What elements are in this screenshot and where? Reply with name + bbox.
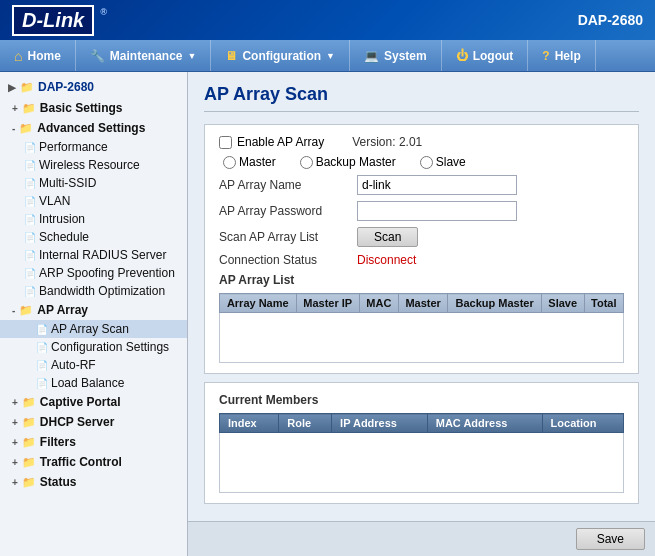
logo-box: D-Link — [12, 5, 94, 36]
ap-table-col-master-ip: Master IP — [296, 294, 359, 313]
sidebar-item-radius[interactable]: 📄 Internal RADIUS Server — [0, 246, 187, 264]
sidebar-group-advanced: - 📁 Advanced Settings 📄 Performance 📄 Wi… — [0, 118, 187, 392]
doc-icon-radius: 📄 — [24, 250, 36, 261]
radio-master-label[interactable]: Master — [223, 155, 276, 169]
expand-icon-root: ▶ — [8, 82, 16, 93]
radio-master[interactable] — [223, 156, 236, 169]
current-members-header: Current Members — [219, 393, 624, 407]
system-icon: 💻 — [364, 49, 379, 63]
home-icon: ⌂ — [14, 48, 22, 64]
ap-table-col-backup-master: Backup Master — [448, 294, 541, 313]
sidebar-item-load-balance[interactable]: 📄 Load Balance — [0, 374, 187, 392]
doc-icon-autorf: 📄 — [36, 360, 48, 371]
page-title: AP Array Scan — [204, 84, 639, 112]
sidebar-item-bandwidth[interactable]: 📄 Bandwidth Optimization — [0, 282, 187, 300]
help-icon: ? — [542, 49, 549, 63]
members-empty-row — [220, 433, 624, 493]
sidebar-item-config-settings[interactable]: 📄 Configuration Settings — [0, 338, 187, 356]
save-bar: Save — [188, 521, 655, 556]
version-display: Version: 2.01 — [352, 135, 422, 149]
expand-icon-ap-array: - — [12, 305, 15, 316]
ap-table-col-mac: MAC — [359, 294, 398, 313]
doc-icon-vlan: 📄 — [24, 196, 36, 207]
sidebar-item-advanced-settings[interactable]: - 📁 Advanced Settings — [0, 118, 187, 138]
expand-icon-advanced: - — [12, 123, 15, 134]
folder-icon-dhcp: 📁 — [22, 416, 36, 429]
main-layout: ▶ 📁 DAP-2680 + 📁 Basic Settings - 📁 Adva… — [0, 72, 655, 556]
expand-icon-filters: + — [12, 437, 18, 448]
members-empty-cell — [220, 433, 624, 493]
sidebar-item-multi-ssid[interactable]: 📄 Multi-SSID — [0, 174, 187, 192]
sidebar-item-ap-array[interactable]: - 📁 AP Array — [0, 300, 187, 320]
sidebar-item-ap-array-scan[interactable]: 📄 AP Array Scan — [0, 320, 187, 338]
connection-status-row: Connection Status Disconnect — [219, 253, 624, 267]
sidebar-group-ap-array: - 📁 AP Array 📄 AP Array Scan 📄 Configura… — [0, 300, 187, 392]
sidebar-item-filters[interactable]: + 📁 Filters — [0, 432, 187, 452]
radio-slave[interactable] — [420, 156, 433, 169]
expand-icon-traffic: + — [12, 457, 18, 468]
sidebar-item-basic-settings[interactable]: + 📁 Basic Settings — [0, 98, 187, 118]
doc-icon-multissid: 📄 — [24, 178, 36, 189]
radio-slave-label[interactable]: Slave — [420, 155, 466, 169]
folder-icon-ap-array: 📁 — [19, 304, 33, 317]
nav-system[interactable]: 💻 System — [350, 40, 442, 71]
enable-ap-array-checkbox-label[interactable]: Enable AP Array — [219, 135, 324, 149]
doc-icon-ap-scan: 📄 — [36, 324, 48, 335]
folder-icon-basic: 📁 — [22, 102, 36, 115]
logo: D-Link ® — [12, 5, 107, 36]
sidebar-item-arp[interactable]: 📄 ARP Spoofing Prevention — [0, 264, 187, 282]
sidebar-root[interactable]: ▶ 📁 DAP-2680 — [0, 76, 187, 98]
expand-icon-captive: + — [12, 397, 18, 408]
header: D-Link ® DAP-2680 — [0, 0, 655, 40]
nav-help[interactable]: ? Help — [528, 40, 595, 71]
ap-name-label: AP Array Name — [219, 178, 349, 192]
doc-icon-performance: 📄 — [24, 142, 36, 153]
sidebar-group-basic: + 📁 Basic Settings — [0, 98, 187, 118]
members-table: Index Role IP Address MAC Address Locati… — [219, 413, 624, 493]
sidebar-item-dhcp-server[interactable]: + 📁 DHCP Server — [0, 412, 187, 432]
members-col-mac: MAC Address — [427, 414, 542, 433]
doc-icon-schedule: 📄 — [24, 232, 36, 243]
doc-icon-wireless: 📄 — [24, 160, 36, 171]
nav-logout[interactable]: ⏻ Logout — [442, 40, 529, 71]
save-button[interactable]: Save — [576, 528, 645, 550]
dropdown-arrow-config: ▼ — [326, 51, 335, 61]
sidebar-item-status[interactable]: + 📁 Status — [0, 472, 187, 492]
radio-row: Master Backup Master Slave — [219, 155, 624, 169]
folder-icon-status: 📁 — [22, 476, 36, 489]
nav-configuration[interactable]: 🖥 Configuration ▼ — [211, 40, 350, 71]
sidebar-item-schedule[interactable]: 📄 Schedule — [0, 228, 187, 246]
sidebar-item-auto-rf[interactable]: 📄 Auto-RF — [0, 356, 187, 374]
nav-maintenance[interactable]: 🔧 Maintenance ▼ — [76, 40, 212, 71]
ap-name-input[interactable] — [357, 175, 517, 195]
doc-icon-config: 📄 — [36, 342, 48, 353]
enable-row: Enable AP Array Version: 2.01 — [219, 135, 624, 149]
folder-icon-captive: 📁 — [22, 396, 36, 409]
ap-table-empty-row — [220, 313, 624, 363]
sidebar-item-performance[interactable]: 📄 Performance — [0, 138, 187, 156]
ap-table-empty-cell — [220, 313, 624, 363]
ap-table-col-slave: Slave — [541, 294, 584, 313]
content-area: AP Array Scan Enable AP Array Version: 2… — [188, 72, 655, 521]
sidebar-item-traffic-control[interactable]: + 📁 Traffic Control — [0, 452, 187, 472]
sidebar-item-wireless-resource[interactable]: 📄 Wireless Resource — [0, 156, 187, 174]
scan-row: Scan AP Array List Scan — [219, 227, 624, 247]
nav-home[interactable]: ⌂ Home — [0, 40, 76, 71]
model-label: DAP-2680 — [578, 12, 643, 28]
sidebar-item-intrusion[interactable]: 📄 Intrusion — [0, 210, 187, 228]
doc-icon-bandwidth: 📄 — [24, 286, 36, 297]
ap-password-input[interactable] — [357, 201, 517, 221]
ap-table-col-array-name: Array Name — [220, 294, 297, 313]
ap-name-row: AP Array Name — [219, 175, 624, 195]
scan-button[interactable]: Scan — [357, 227, 418, 247]
radio-backup-master-label[interactable]: Backup Master — [300, 155, 396, 169]
logout-icon: ⏻ — [456, 49, 468, 63]
ap-array-table: Array Name Master IP MAC Master Backup M… — [219, 293, 624, 363]
enable-ap-array-checkbox[interactable] — [219, 136, 232, 149]
ap-table-header-row: Array Name Master IP MAC Master Backup M… — [220, 294, 624, 313]
sidebar-item-captive-portal[interactable]: + 📁 Captive Portal — [0, 392, 187, 412]
dropdown-arrow-maintenance: ▼ — [188, 51, 197, 61]
radio-backup-master[interactable] — [300, 156, 313, 169]
sidebar-item-vlan[interactable]: 📄 VLAN — [0, 192, 187, 210]
expand-icon-dhcp: + — [12, 417, 18, 428]
